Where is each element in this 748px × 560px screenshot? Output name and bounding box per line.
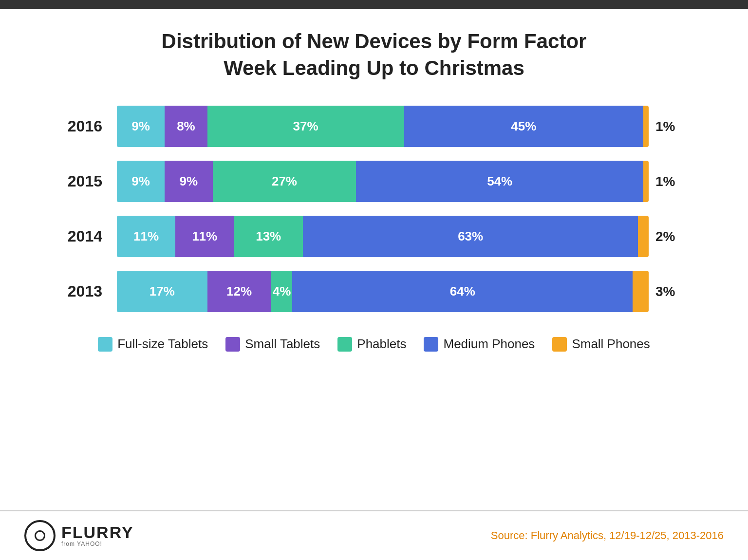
legend-label: Small Phones xyxy=(572,336,650,352)
legend-item: Small Phones xyxy=(552,336,650,352)
legend-swatch xyxy=(337,337,352,352)
legend-label: Phablets xyxy=(357,336,406,352)
legend-label: Medium Phones xyxy=(443,336,535,352)
bars-section: 20169%8%37%45%1%20159%9%27%54%1%201411%1… xyxy=(58,106,690,312)
legend-label: Full-size Tablets xyxy=(117,336,208,352)
flurry-logo: FLURRY from YAHOO! xyxy=(24,520,134,551)
bar-segment xyxy=(643,106,649,147)
legend-swatch xyxy=(552,337,567,352)
bar-track: 17%12%4%64% xyxy=(117,271,649,312)
bar-row: 201317%12%4%64%3% xyxy=(58,271,690,312)
bar-segment: 12% xyxy=(207,271,271,312)
legend: Full-size TabletsSmall TabletsPhabletsMe… xyxy=(39,336,709,352)
bar-segment: 11% xyxy=(175,216,234,257)
title-line2: Week Leading Up to Christmas xyxy=(39,55,709,82)
bar-segment: 13% xyxy=(234,216,303,257)
year-label: 2015 xyxy=(58,172,102,190)
end-label: 3% xyxy=(655,284,690,299)
bar-segment: 27% xyxy=(213,161,356,202)
end-label: 1% xyxy=(655,119,690,134)
year-label: 2016 xyxy=(58,117,102,135)
legend-swatch xyxy=(424,337,438,352)
bar-segment: 4% xyxy=(271,271,293,312)
flurry-inner-circle xyxy=(35,530,45,541)
bar-segment: 54% xyxy=(356,161,643,202)
bar-row: 20159%9%27%54%1% xyxy=(58,161,690,202)
legend-label: Small Tablets xyxy=(245,336,320,352)
bar-track: 9%9%27%54% xyxy=(117,161,649,202)
bar-row: 201411%11%13%63%2% xyxy=(58,216,690,257)
bar-segment: 45% xyxy=(404,106,643,147)
bar-segment: 63% xyxy=(303,216,638,257)
legend-item: Full-size Tablets xyxy=(98,336,208,352)
legend-swatch xyxy=(225,337,240,352)
top-bar xyxy=(0,0,748,9)
chart-title: Distribution of New Devices by Form Fact… xyxy=(39,28,709,81)
flurry-circle-icon xyxy=(24,520,56,551)
chart-container: Distribution of New Devices by Form Fact… xyxy=(0,9,748,361)
bar-segment: 9% xyxy=(165,161,212,202)
year-label: 2013 xyxy=(58,282,102,300)
bar-segment: 9% xyxy=(117,161,165,202)
bar-segment: 9% xyxy=(117,106,165,147)
bar-segment xyxy=(643,161,649,202)
flurry-brand: FLURRY xyxy=(61,524,134,541)
footer: FLURRY from YAHOO! Source: Flurry Analyt… xyxy=(0,510,748,560)
bar-segment xyxy=(638,216,649,257)
source-text: Source: Flurry Analytics, 12/19-12/25, 2… xyxy=(491,529,724,542)
bar-segment: 11% xyxy=(117,216,175,257)
bar-segment xyxy=(633,271,649,312)
bar-segment: 8% xyxy=(165,106,207,147)
flurry-sub: from YAHOO! xyxy=(61,541,134,547)
legend-item: Small Tablets xyxy=(225,336,320,352)
flurry-text: FLURRY from YAHOO! xyxy=(61,524,134,547)
year-label: 2014 xyxy=(58,227,102,245)
title-line1: Distribution of New Devices by Form Fact… xyxy=(39,28,709,55)
end-label: 2% xyxy=(655,229,690,244)
bar-segment: 37% xyxy=(207,106,404,147)
legend-item: Phablets xyxy=(337,336,406,352)
bar-track: 9%8%37%45% xyxy=(117,106,649,147)
legend-swatch xyxy=(98,337,112,352)
bar-row: 20169%8%37%45%1% xyxy=(58,106,690,147)
bar-segment: 64% xyxy=(292,271,633,312)
bar-segment: 17% xyxy=(117,271,207,312)
end-label: 1% xyxy=(655,174,690,189)
legend-item: Medium Phones xyxy=(424,336,535,352)
bar-track: 11%11%13%63% xyxy=(117,216,649,257)
